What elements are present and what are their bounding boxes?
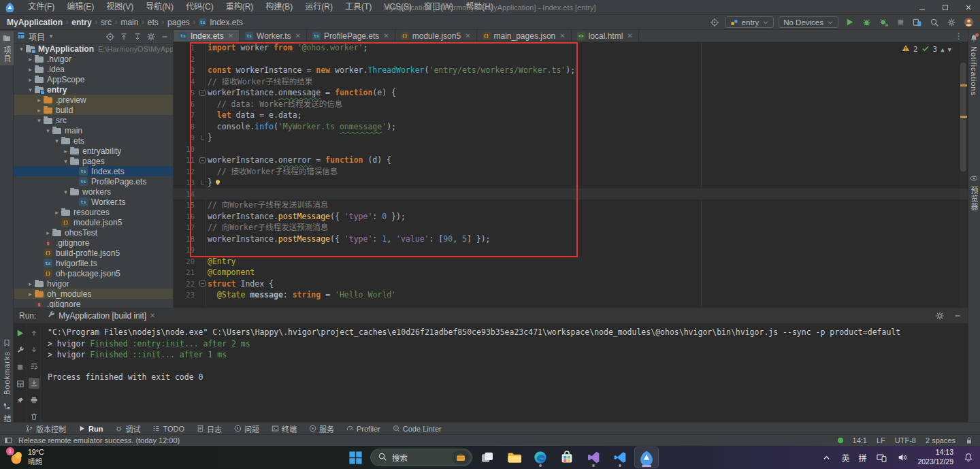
menu-item[interactable]: 编辑(E) — [61, 0, 100, 14]
taskbar-app-deveco[interactable] — [635, 447, 658, 468]
fold-marker-icon[interactable] — [197, 157, 208, 163]
editor-tab-profilepage-ets[interactable]: tsProfilePage.ets✕ — [307, 30, 395, 42]
code-line-13[interactable]: 13} — [174, 177, 968, 189]
tool-window-button-调试[interactable]: 调试 — [109, 423, 146, 434]
settings-gear-icon[interactable] — [945, 16, 958, 29]
menu-item[interactable]: 代码(C) — [180, 0, 220, 14]
scroll-to-end-icon[interactable] — [29, 378, 39, 389]
intention-bulb-icon[interactable] — [214, 179, 221, 186]
scrollbar-warning-mark[interactable] — [960, 84, 967, 86]
taskbar-app-taskview[interactable] — [476, 447, 499, 468]
close-icon[interactable]: ✕ — [150, 312, 155, 319]
editor-tab-module-json5[interactable]: {}module.json5✕ — [395, 30, 477, 42]
run-button[interactable] — [843, 16, 855, 29]
print-icon[interactable] — [29, 395, 39, 406]
tree-chevron-icon[interactable]: ▸ — [26, 291, 35, 297]
pin-tab-icon[interactable] — [15, 395, 26, 406]
code-editor[interactable]: 1import worker from '@ohos.worker';23con… — [174, 42, 968, 308]
next-issue-arrow[interactable]: ▼ — [948, 46, 951, 53]
code-line-15[interactable]: 15// 向Worker子线程发送训练消息 — [174, 199, 968, 211]
run-config-selector[interactable]: entry — [725, 16, 774, 28]
caret-position[interactable]: 14:1 — [853, 436, 867, 444]
prev-issue-arrow[interactable]: ▲ — [941, 46, 944, 53]
code-line-5[interactable]: 5workerInstance.onmessage = function(e) … — [174, 87, 968, 99]
ime-mode-indicator[interactable]: 拼 — [858, 452, 866, 464]
tool-window-button-问题[interactable]: 问题 — [228, 423, 265, 434]
tree-item-ets[interactable]: ▾ets — [14, 135, 173, 146]
menu-item[interactable]: 运行(R) — [299, 0, 339, 14]
code-line-2[interactable]: 2 — [174, 54, 968, 65]
breadcrumb-item[interactable]: main — [120, 18, 138, 27]
tree-chevron-icon[interactable]: ▾ — [17, 46, 26, 52]
editor-tab-main-pages-json[interactable]: {}main_pages.json✕ — [477, 30, 572, 42]
tree-item-ohostest[interactable]: ▸ohosTest — [14, 227, 173, 238]
fold-marker-icon[interactable] — [197, 90, 208, 96]
breadcrumb-item[interactable]: Index.ets — [210, 18, 243, 27]
tree-item-module-json5[interactable]: {}module.json5 — [14, 217, 173, 227]
tree-item-oh-modules[interactable]: ▸oh_modules — [14, 289, 173, 299]
close-icon[interactable]: ✕ — [295, 32, 301, 39]
tree-chevron-icon[interactable]: ▸ — [44, 229, 52, 236]
device-manager-icon[interactable] — [911, 16, 924, 29]
project-panel-title[interactable]: 项目 — [29, 31, 45, 42]
taskbar-app-store[interactable] — [555, 447, 578, 468]
breadcrumb-item[interactable]: pages — [167, 18, 190, 27]
tabs-overflow-icon[interactable]: ⋮ — [950, 30, 968, 42]
close-icon[interactable]: ✕ — [465, 32, 470, 39]
tree-item-profilepage-ets[interactable]: tsProfilePage.ets — [14, 176, 173, 187]
tree-item--idea[interactable]: ▸.idea — [14, 64, 173, 74]
code-line-10[interactable]: 10 — [174, 144, 968, 155]
target-icon[interactable] — [708, 16, 721, 29]
tree-item--hvigor[interactable]: ▸.hvigor — [14, 54, 173, 64]
tree-item-entryability[interactable]: ▸entryability — [14, 146, 173, 156]
code-line-19[interactable]: 19 — [174, 244, 968, 256]
tree-item-build[interactable]: ▸build — [14, 105, 173, 115]
edit-configuration-icon[interactable] — [15, 344, 26, 355]
close-icon[interactable]: ✕ — [228, 32, 233, 39]
close-button[interactable] — [957, 0, 980, 14]
up-stack-trace-icon[interactable] — [29, 327, 39, 338]
lock-icon[interactable] — [965, 436, 973, 444]
expand-all-icon[interactable] — [132, 31, 142, 42]
close-icon[interactable]: ✕ — [559, 32, 565, 39]
tree-item-build-profile-json5[interactable]: {}build-profile.json5 — [14, 248, 173, 258]
attach-debugger-button[interactable] — [877, 16, 889, 29]
run-settings-gear-icon[interactable] — [935, 311, 945, 321]
start-button[interactable] — [344, 447, 367, 468]
close-icon[interactable]: ✕ — [627, 32, 632, 39]
tool-window-button-日志[interactable]: 日志 — [191, 423, 228, 434]
taskbar-app-explorer[interactable] — [502, 447, 525, 468]
tree-item--gitignore[interactable]: g.gitignore — [14, 238, 173, 248]
tree-item-main[interactable]: ▾main — [14, 125, 173, 135]
run-tab[interactable]: MyApplication [build init] ✕ — [47, 310, 155, 321]
inspections-widget[interactable]: 2 3 ▲ ▼ — [902, 44, 951, 54]
menu-item[interactable]: 导航(N) — [140, 0, 180, 14]
taskbar-app-edge[interactable] — [529, 447, 552, 468]
taskbar-search[interactable]: 搜索 — [370, 449, 472, 466]
speaker-icon[interactable] — [896, 451, 909, 464]
hide-panel-icon[interactable] — [159, 31, 169, 42]
stop-button[interactable] — [894, 16, 906, 29]
fold-marker-icon[interactable] — [197, 135, 208, 140]
taskbar-app-visualstudio[interactable] — [582, 447, 605, 468]
encoding-indicator[interactable]: UTF-8 — [895, 436, 916, 444]
fold-marker-icon[interactable] — [197, 180, 208, 184]
sidebar-tab-project[interactable]: 项目 — [0, 31, 14, 65]
clear-all-icon[interactable] — [29, 411, 39, 422]
menu-item[interactable]: 视图(V) — [100, 0, 140, 14]
restore-layout-icon[interactable] — [15, 378, 26, 389]
tree-item--gitignore[interactable]: g.gitignore — [14, 299, 173, 308]
run-console-output[interactable]: "C:\Program Files\nodejs\node.exe" C:\Us… — [41, 323, 968, 422]
tree-chevron-icon[interactable]: ▾ — [52, 138, 61, 144]
tool-window-button-版本控制[interactable]: 版本控制 — [19, 423, 72, 434]
tree-item-src[interactable]: ▾src — [14, 115, 173, 125]
tree-chevron-icon[interactable]: ▸ — [52, 209, 61, 216]
scrollbar-warning-mark[interactable] — [960, 116, 967, 118]
code-line-11[interactable]: 11workerInstance.onerror = function (d) … — [174, 155, 968, 166]
tool-window-button-code-linter[interactable]: Code Linter — [387, 423, 448, 434]
tree-item-hvigor[interactable]: ▸hvigor — [14, 278, 173, 289]
menu-item[interactable]: 工具(T) — [339, 0, 378, 14]
notification-bell-icon[interactable] — [962, 451, 975, 464]
tool-window-toggle-icon[interactable] — [3, 436, 13, 445]
weather-widget[interactable]: 1 19°C 晴朗 — [8, 448, 44, 466]
